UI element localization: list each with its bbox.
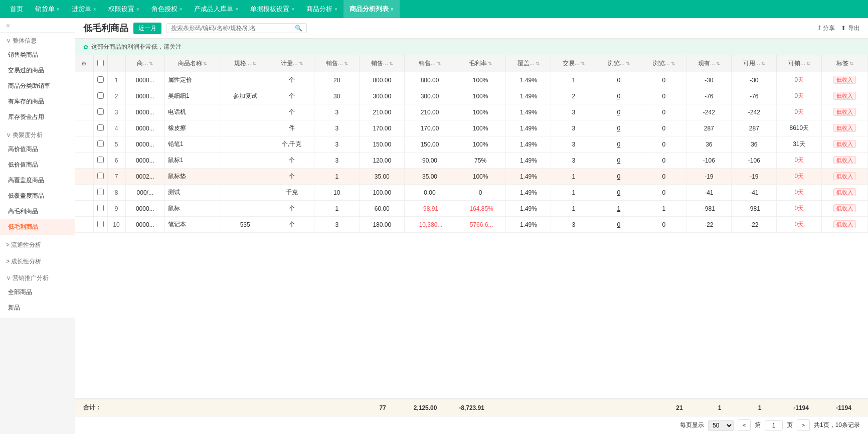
col-sales-price[interactable]: 销售...⇅ xyxy=(360,55,405,72)
per-page-select[interactable]: 50 20 100 xyxy=(708,420,734,431)
nav-sales-order[interactable]: 销货单 × xyxy=(29,0,66,18)
sidebar-group-marketing-title[interactable]: ∨ 营销推广分析 xyxy=(0,270,75,284)
col-browse2[interactable]: 浏览...⇅ xyxy=(641,55,686,72)
row-saleable-4: 31天 xyxy=(777,136,822,153)
prev-page-button[interactable]: ＜ xyxy=(738,419,751,431)
row-browse1-3[interactable]: 0 xyxy=(596,120,641,136)
sidebar-item-high-profit[interactable]: 高毛利商品 xyxy=(0,204,75,219)
row-sales-price-3: 170.00 xyxy=(360,120,405,136)
row-sales-qty-0: 20 xyxy=(314,72,360,88)
sidebar-item-all-products[interactable]: 全部商品 xyxy=(0,284,75,300)
row-spec-3 xyxy=(221,120,269,136)
nav-template-settings[interactable]: 单据模板设置 × xyxy=(244,0,300,18)
close-analysis-list-icon[interactable]: × xyxy=(391,7,394,12)
sidebar-item-category-rate[interactable]: 商品分类助销率 xyxy=(0,78,75,94)
row-checkbox-5[interactable] xyxy=(93,153,107,169)
table-container[interactable]: ⚙ 商...⇅ 商品名称⇅ 规格...⇅ 计量...⇅ 销售...⇅ 销售...… xyxy=(75,55,868,398)
row-checkbox-8[interactable] xyxy=(93,201,107,217)
sidebar-collapse-icon[interactable]: « xyxy=(6,21,10,29)
col-settings[interactable]: ⚙ xyxy=(75,55,93,72)
col-coverage[interactable]: 覆盖...⇅ xyxy=(506,55,551,72)
row-transaction-1: 2 xyxy=(551,88,596,104)
col-code[interactable]: 商...⇅ xyxy=(125,55,164,72)
col-name[interactable]: 商品名称⇅ xyxy=(164,55,221,72)
sidebar-item-capital[interactable]: 库存资金占用 xyxy=(0,109,75,125)
row-tag-9: 低收入 xyxy=(822,217,868,233)
col-gross-rate[interactable]: 毛利率⇅ xyxy=(455,55,506,72)
nav-product-entry[interactable]: 产成品入库单 × xyxy=(188,0,244,18)
next-page-button[interactable]: ＞ xyxy=(797,419,810,431)
col-spec[interactable]: 规格...⇅ xyxy=(221,55,269,72)
nav-permissions[interactable]: 权限设置 × xyxy=(102,0,145,18)
row-unit-1: 个 xyxy=(269,88,314,104)
nav-product-analysis[interactable]: 商品分析 × xyxy=(300,0,343,18)
main-layout: « ∨ 整体信息 销售类商品 交易过的商品 商品分类助销率 有库存的商品 库存资… xyxy=(0,18,868,434)
export-button[interactable]: ⬆ 导出 xyxy=(841,24,860,33)
row-sales-price-7: 100.00 xyxy=(360,185,405,201)
col-sales-amount[interactable]: 销售...⇅ xyxy=(405,55,455,72)
sidebar-item-low-value[interactable]: 低价值商品 xyxy=(0,157,75,173)
row-checkbox-4[interactable] xyxy=(93,136,107,153)
close-product-analysis-icon[interactable]: × xyxy=(334,7,337,12)
row-browse1-4[interactable]: 0 xyxy=(596,136,641,153)
sidebar-group-overall-title[interactable]: ∨ 整体信息 xyxy=(0,33,75,47)
row-browse1-9[interactable]: 0 xyxy=(596,217,641,233)
row-browse1-0[interactable]: 0 xyxy=(596,72,641,88)
notice-icon: ✿ xyxy=(83,44,88,51)
row-checkbox-6[interactable] xyxy=(93,169,107,185)
row-checkbox-3[interactable] xyxy=(93,120,107,136)
row-checkbox-0[interactable] xyxy=(93,72,107,88)
col-sales-qty[interactable]: 销售...⇅ xyxy=(314,55,360,72)
row-checkbox-2[interactable] xyxy=(93,104,107,120)
sidebar-item-low-profit[interactable]: 低毛利商品 xyxy=(0,219,75,235)
row-name-5: 鼠标1 xyxy=(164,153,221,169)
nav-product-analysis-list[interactable]: 商品分析列表 × xyxy=(343,0,400,18)
row-browse1-2[interactable]: 0 xyxy=(596,104,641,120)
row-browse1-7[interactable]: 0 xyxy=(596,185,641,201)
filter-recent-month-button[interactable]: 近一月 xyxy=(133,23,161,34)
sidebar-item-high-coverage[interactable]: 高覆盖度商品 xyxy=(0,173,75,188)
col-browse1[interactable]: 浏览...⇅ xyxy=(596,55,641,72)
col-transaction[interactable]: 交易...⇅ xyxy=(551,55,596,72)
sidebar-group-circulation-title[interactable]: > 流通性分析 xyxy=(0,237,75,251)
row-browse2-8: 1 xyxy=(641,201,686,217)
row-gross-rate-9: -5766.6... xyxy=(455,217,506,233)
row-gross-rate-8: -164.85% xyxy=(455,201,506,217)
col-available[interactable]: 可用...⇅ xyxy=(732,55,777,72)
sidebar-item-sales-category[interactable]: 销售类商品 xyxy=(0,47,75,63)
search-icon[interactable]: 🔍 xyxy=(295,25,302,32)
sidebar-item-low-coverage[interactable]: 低覆盖度商品 xyxy=(0,188,75,204)
close-sales-order-icon[interactable]: × xyxy=(57,7,60,12)
row-available-6: -19 xyxy=(732,169,777,185)
row-browse1-6[interactable]: 0 xyxy=(596,169,641,185)
search-input[interactable] xyxy=(171,25,293,32)
row-browse1-8[interactable]: 1 xyxy=(596,201,641,217)
row-checkbox-7[interactable] xyxy=(93,185,107,201)
col-unit[interactable]: 计量...⇅ xyxy=(269,55,314,72)
close-product-entry-icon[interactable]: × xyxy=(235,7,238,12)
close-permissions-icon[interactable]: × xyxy=(136,7,139,12)
sidebar-group-growth-title[interactable]: > 成长性分析 xyxy=(0,253,75,268)
close-purchase-icon[interactable]: × xyxy=(93,7,96,12)
sidebar-item-traded[interactable]: 交易过的商品 xyxy=(0,63,75,78)
col-saleable[interactable]: 可销...⇅ xyxy=(777,55,822,72)
col-current-stock[interactable]: 现有...⇅ xyxy=(686,55,732,72)
close-template-icon[interactable]: × xyxy=(291,7,294,12)
sidebar-item-in-stock[interactable]: 有库存的商品 xyxy=(0,94,75,109)
col-tag[interactable]: 标签⇅ xyxy=(822,55,868,72)
share-button[interactable]: ⤴ 分享 xyxy=(818,24,835,33)
row-browse1-1[interactable]: 0 xyxy=(596,88,641,104)
row-sales-qty-5: 3 xyxy=(314,153,360,169)
close-role-auth-icon[interactable]: × xyxy=(180,7,183,12)
page-number-input[interactable] xyxy=(765,420,783,430)
sidebar-item-new-products[interactable]: 新品 xyxy=(0,300,75,316)
sidebar-item-high-value[interactable]: 高价值商品 xyxy=(0,141,75,157)
nav-purchase-order[interactable]: 进货单 × xyxy=(66,0,102,18)
nav-role-auth[interactable]: 角色授权 × xyxy=(145,0,189,18)
row-checkbox-1[interactable] xyxy=(93,88,107,104)
row-checkbox-9[interactable] xyxy=(93,217,107,233)
nav-home[interactable]: 首页 xyxy=(4,0,29,18)
sidebar-group-cluster-title[interactable]: ∨ 类聚度分析 xyxy=(0,127,75,141)
select-all-checkbox[interactable] xyxy=(97,60,104,66)
row-browse1-5[interactable]: 0 xyxy=(596,153,641,169)
